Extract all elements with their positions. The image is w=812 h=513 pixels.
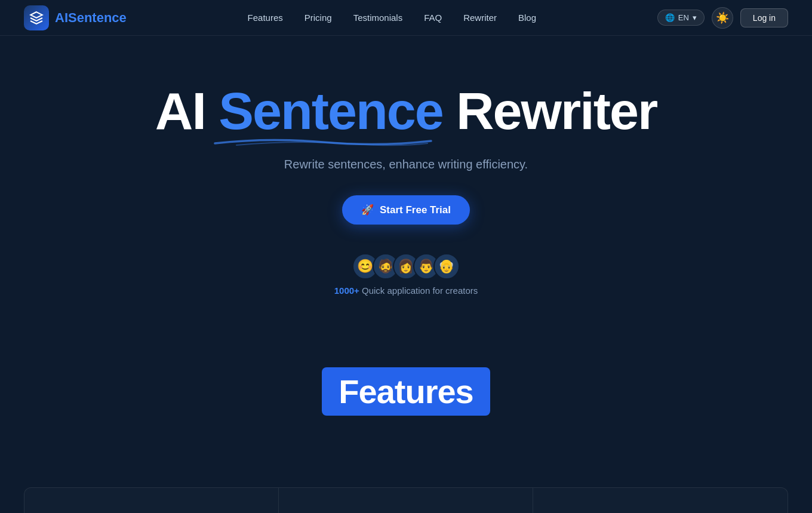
nav-item-rewriter[interactable]: Rewriter [463, 13, 497, 23]
social-proof-text: 1000+ Quick application for creators [334, 285, 478, 296]
hero-title: AI Sentence Rewriter [155, 84, 657, 139]
feature-card-grammar: AB Grammar Correction Identifies and cor… [279, 488, 533, 513]
theme-toggle-button[interactable]: ☀️ [712, 7, 733, 29]
nav-item-pricing[interactable]: Pricing [304, 13, 332, 23]
hero-title-pre: AI [155, 81, 219, 140]
features-title-wrapper: Features [322, 367, 490, 416]
globe-icon: 🌐 [665, 13, 675, 22]
nav-item-blog[interactable]: Blog [518, 13, 536, 23]
social-proof: 😊 🧔 👩 👨 👴 1000+ Quick application for cr… [334, 253, 478, 296]
hero-subtitle: Rewrite sentences, enhance writing effic… [284, 158, 528, 171]
login-button[interactable]: Log in [740, 8, 788, 27]
features-title: Features [339, 372, 473, 411]
cta-button[interactable]: 🚀 Start Free Trial [342, 195, 470, 225]
nav-item-faq[interactable]: FAQ [424, 13, 442, 23]
logo[interactable]: AISentence [24, 5, 127, 30]
avatar-group: 😊 🧔 👩 👨 👴 [352, 253, 460, 279]
rocket-icon: 🚀 [361, 204, 374, 216]
sun-icon: ☀️ [716, 11, 729, 24]
nav-item-features[interactable]: Features [248, 13, 283, 23]
features-section: Features Text Summarization Automaticall… [0, 331, 812, 513]
logo-icon [24, 5, 49, 30]
nav-links: Features Pricing Testimonials FAQ Rewrit… [248, 13, 536, 23]
navbar: AISentence Features Pricing Testimonials… [0, 0, 812, 36]
cta-label: Start Free Trial [380, 204, 451, 216]
user-count: 1000+ [334, 285, 359, 296]
hero-title-post: Rewriter [443, 81, 657, 140]
hero-section: AI Sentence Rewriter Rewrite sentences, … [0, 36, 812, 331]
hero-title-highlight: Sentence [219, 84, 442, 139]
avatar: 👴 [433, 253, 460, 279]
lang-label: EN [678, 13, 689, 22]
chevron-down-icon: ▾ [693, 13, 697, 22]
social-proof-label: Quick application for creators [362, 285, 478, 296]
title-underline-decoration [213, 136, 433, 147]
nav-right: 🌐 EN ▾ ☀️ Log in [657, 7, 788, 29]
feature-card-plagiarism: Plagiarism Detection Scans text against … [533, 488, 788, 513]
nav-item-testimonials[interactable]: Testimonials [353, 13, 403, 23]
feature-card-summarization: Text Summarization Automatically condens… [24, 488, 279, 513]
features-grid: Text Summarization Automatically condens… [24, 487, 788, 513]
language-selector[interactable]: 🌐 EN ▾ [657, 10, 705, 26]
logo-text: AISentence [55, 10, 127, 26]
